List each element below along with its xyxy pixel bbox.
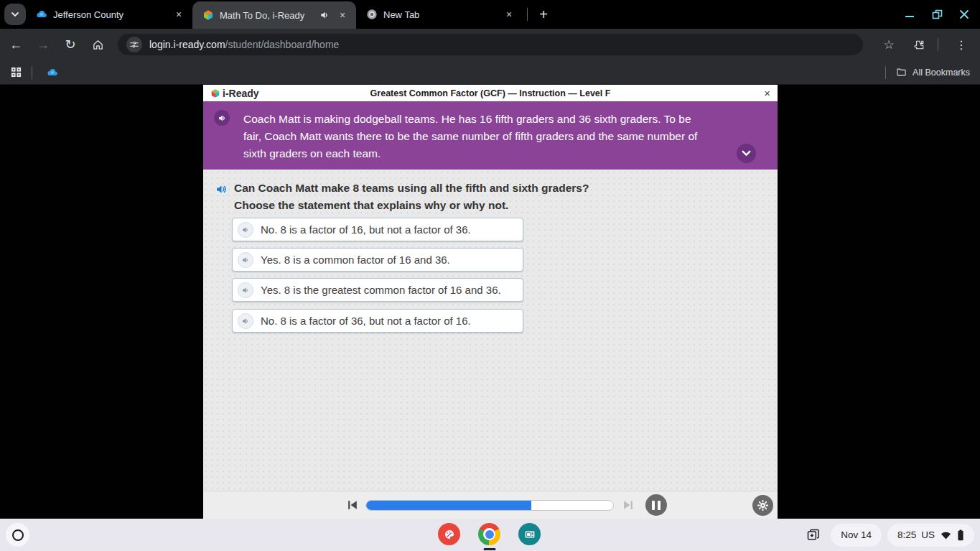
question-line-1: Can Coach Matt make 8 teams using all th… (234, 180, 589, 197)
wifi-icon (940, 530, 952, 540)
reload-button[interactable]: ↻ (59, 33, 82, 56)
speaker-icon (241, 286, 250, 295)
shelf-apps (438, 523, 541, 545)
date-pill[interactable]: Nov 14 (831, 524, 882, 547)
tab-jefferson-county[interactable]: Jefferson County × (26, 0, 192, 29)
speaker-icon (241, 226, 250, 234)
all-bookmarks[interactable]: All Bookmarks (881, 66, 980, 79)
launcher-icon (12, 529, 24, 541)
lesson-progress-bar[interactable] (365, 500, 614, 511)
option-speaker-button[interactable] (238, 313, 253, 329)
question-speaker-button[interactable] (215, 183, 228, 195)
option-text: No. 8 is a factor of 36, but not a facto… (261, 315, 471, 327)
chevron-down-icon (741, 148, 752, 159)
url-text: login.i-ready.com/student/dashboard/home (149, 39, 339, 50)
page-viewport: i-Ready Greatest Common Factor (GCF) — I… (0, 85, 980, 519)
progress-fill (366, 501, 531, 510)
address-bar[interactable]: login.i-ready.com/student/dashboard/home (118, 34, 863, 55)
answer-option-2[interactable]: Yes. 8 is a common factor of 16 and 36. (232, 248, 523, 272)
system-tray: Nov 14 8:25 US (802, 523, 974, 547)
active-app-indicator (483, 548, 495, 550)
url-path: /student/dashboard/home (225, 39, 340, 50)
back-button[interactable]: ← (4, 33, 27, 56)
bookmarks-separator (32, 66, 32, 79)
all-bookmarks-label: All Bookmarks (913, 68, 970, 78)
passage-banner: Coach Matt is making dodgeball teams. He… (203, 101, 778, 170)
answer-option-3[interactable]: Yes. 8 is the greatest common factor of … (232, 278, 523, 302)
chevron-down-icon (11, 10, 19, 19)
window-close-button[interactable] (958, 9, 970, 20)
pause-button[interactable] (645, 494, 667, 516)
cloud-favicon-icon (36, 9, 47, 20)
question-line-2: Choose the statement that explains why o… (234, 197, 589, 214)
pause-icon (652, 501, 655, 510)
collapse-banner-button[interactable] (737, 144, 756, 163)
forward-button[interactable]: → (32, 33, 55, 56)
tab-new-tab[interactable]: New Tab × (356, 0, 523, 29)
lesson-close-button[interactable]: × (764, 87, 770, 99)
chromeos-shelf: Nov 14 8:25 US (0, 519, 980, 551)
option-text: No. 8 is a factor of 16, but not a facto… (261, 223, 471, 236)
window-controls (904, 9, 980, 20)
iready-cube-favicon-icon (202, 9, 214, 21)
restore-button[interactable] (931, 9, 943, 20)
gear-icon (757, 499, 769, 511)
speaker-icon (215, 183, 228, 195)
bookmark-star-button[interactable]: ☆ (877, 33, 900, 56)
option-speaker-button[interactable] (238, 252, 253, 268)
canvas-app-icon[interactable] (438, 523, 460, 545)
cloud-bookmark-icon (47, 67, 58, 78)
tab-title: New Tab (383, 9, 497, 20)
answer-option-4[interactable]: No. 8 is a factor of 36, but not a facto… (232, 309, 523, 333)
launcher-button[interactable] (6, 523, 29, 547)
speaker-icon (218, 114, 227, 123)
tab-strip: Jefferson County × Math To Do, i-Ready ×… (0, 0, 980, 29)
question-text: Can Coach Matt make 8 teams using all th… (234, 180, 589, 214)
chrome-app-icon[interactable] (478, 523, 500, 545)
tab-iready-active[interactable]: Math To Do, i-Ready × (192, 1, 356, 29)
tab-title: Math To Do, i-Ready (220, 10, 313, 21)
home-button[interactable] (86, 33, 109, 56)
player-settings-button[interactable] (752, 495, 773, 516)
iready-lesson-window: i-Ready Greatest Common Factor (GCF) — I… (203, 85, 778, 519)
folder-icon (896, 67, 907, 78)
tab-search-button[interactable] (4, 4, 26, 25)
browser-toolbar: ← → ↻ login.i-ready.com/student/dashboar… (0, 29, 980, 60)
bookmark-cloud-item[interactable] (41, 61, 64, 84)
option-speaker-button[interactable] (238, 222, 253, 238)
tab-divider (527, 8, 528, 21)
bookmarks-right-separator (885, 66, 886, 79)
tab-close-icon[interactable]: × (172, 8, 185, 21)
tab-close-icon[interactable]: × (336, 9, 349, 22)
extensions-button[interactable] (907, 33, 930, 56)
screen-capture-button[interactable] (802, 524, 825, 547)
skip-back-button[interactable] (345, 498, 360, 512)
site-settings-icon[interactable] (126, 37, 142, 52)
speaker-icon (241, 256, 250, 264)
lesson-player-bar (203, 491, 778, 519)
screen-capture-icon (806, 528, 821, 542)
toolbar-actions: ☆ ⋮ (873, 33, 980, 56)
option-speaker-button[interactable] (238, 282, 253, 298)
answer-option-1[interactable]: No. 8 is a factor of 16, but not a facto… (232, 218, 523, 241)
tab-close-icon[interactable]: × (503, 8, 515, 21)
speaker-icon (241, 317, 250, 325)
news-app-icon[interactable] (518, 523, 541, 545)
question-area: Can Coach Matt make 8 teams using all th… (203, 170, 778, 491)
apps-grid-icon[interactable] (4, 61, 27, 84)
chrome-gray-favicon-icon (366, 9, 378, 20)
status-pill[interactable]: 8:25 US (887, 524, 974, 547)
url-host: login.i-ready.com (149, 39, 225, 50)
locale-label: US (921, 529, 935, 540)
browser-menu-button[interactable]: ⋮ (950, 33, 973, 56)
lesson-title: Greatest Common Factor (GCF) — Instructi… (203, 88, 778, 98)
option-text: Yes. 8 is a common factor of 16 and 36. (261, 254, 450, 266)
minimize-button[interactable] (904, 9, 915, 20)
passage-text: Coach Matt is making dodgeball teams. He… (243, 111, 709, 162)
lesson-header: i-Ready Greatest Common Factor (GCF) — I… (203, 85, 778, 101)
toolbar-separator (938, 38, 938, 51)
tab-audio-icon[interactable] (319, 9, 330, 21)
new-tab-button[interactable]: + (533, 4, 554, 24)
passage-speaker-button[interactable] (214, 110, 230, 126)
skip-forward-button[interactable] (621, 498, 635, 512)
